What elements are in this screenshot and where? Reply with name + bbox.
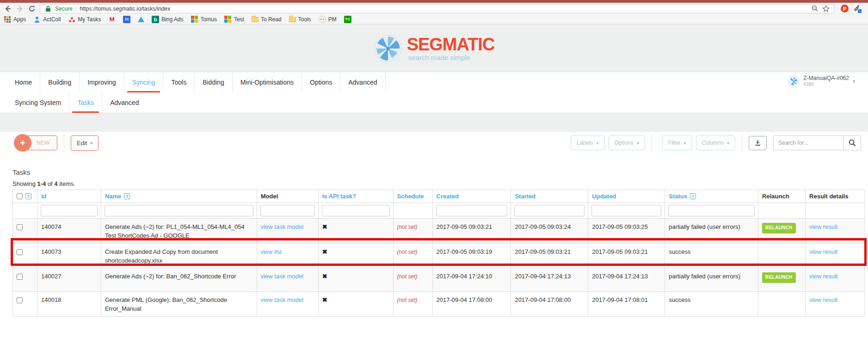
- bookmark-star-icon[interactable]: [822, 5, 830, 13]
- pocket-extension-icon[interactable]: P: [841, 5, 849, 12]
- toolbar-divider: [742, 135, 742, 151]
- tab-options[interactable]: Options: [302, 72, 340, 92]
- status-filter-input[interactable]: [668, 205, 755, 216]
- tab-tools[interactable]: Tools: [163, 72, 195, 92]
- dots-icon: [68, 16, 75, 23]
- model-filter-input[interactable]: [260, 205, 315, 216]
- secure-label: Secure: [55, 6, 73, 12]
- bookmark-tomus[interactable]: Tomus: [191, 16, 217, 23]
- bookmark-my-tasks[interactable]: My Tasks: [68, 16, 101, 23]
- subtab-syncing-system[interactable]: Syncing System: [7, 92, 69, 113]
- column-header-created[interactable]: Created: [433, 190, 511, 203]
- tab-improving[interactable]: Improving: [80, 72, 124, 92]
- chevron-down-icon: ▾: [637, 141, 639, 146]
- column-header-relaunch: Relaunch: [758, 190, 806, 203]
- bookmark-triangle[interactable]: [138, 17, 144, 22]
- is-api-task-filter-input[interactable]: [322, 205, 390, 216]
- bookmark-pm[interactable]: PM: [319, 16, 337, 23]
- tab-building[interactable]: Building: [40, 72, 80, 92]
- search-input[interactable]: [773, 135, 843, 150]
- labels-button[interactable]: Labels ▾: [571, 135, 604, 150]
- refresh-icon[interactable]: [28, 5, 36, 13]
- sub-nav: Syncing System Tasks Advanced: [0, 92, 868, 113]
- bookmark-techcrunch[interactable]: TC: [344, 16, 351, 23]
- created-value: 2017-09-05 09:03:21: [433, 219, 511, 243]
- column-header-status[interactable]: Status?: [665, 190, 758, 203]
- color-picker-extension-icon[interactable]: [853, 5, 862, 13]
- view-list-link[interactable]: view list: [261, 248, 282, 255]
- relaunch-button[interactable]: RELAUNCH: [762, 223, 796, 233]
- search-button[interactable]: [843, 135, 861, 150]
- column-header-is-api-task[interactable]: Is API task?: [319, 190, 394, 203]
- bookmark-calendar[interactable]: 31: [123, 16, 130, 23]
- updated-value: 2017-09-05 09:03:21: [588, 244, 665, 268]
- columns-button[interactable]: Columns ▾: [696, 135, 735, 150]
- options-button[interactable]: Options ▾: [609, 135, 645, 150]
- person-icon: [33, 16, 41, 23]
- tab-home[interactable]: Home: [7, 72, 40, 92]
- column-header-id[interactable]: Id: [37, 190, 101, 203]
- user-menu[interactable]: Z-ManualQA-#062 #280 ▾: [787, 75, 855, 87]
- search-icon: [849, 139, 856, 147]
- help-icon[interactable]: ?: [690, 193, 696, 199]
- updated-filter-input[interactable]: [591, 205, 661, 216]
- tab-syncing[interactable]: Syncing: [124, 72, 164, 92]
- bookmark-actcoll[interactable]: ActColl: [33, 16, 61, 23]
- started-value: 2017-09-04 17:08:00: [511, 292, 588, 316]
- download-button[interactable]: [749, 136, 767, 150]
- view-task-model-link[interactable]: view task model: [261, 223, 303, 230]
- new-button[interactable]: + NEW: [21, 135, 57, 150]
- created-filter-input[interactable]: [436, 205, 508, 216]
- edit-button[interactable]: Edit ▾: [71, 135, 98, 151]
- back-icon[interactable]: [4, 5, 12, 13]
- subtab-advanced[interactable]: Advanced: [102, 92, 147, 113]
- column-header-started[interactable]: Started: [511, 190, 588, 203]
- started-filter-input[interactable]: [514, 205, 585, 216]
- bookmark-test[interactable]: Test: [224, 16, 244, 23]
- chrome-toolbar: Secure | https://tomus.segmatic.io/tasks…: [0, 3, 868, 14]
- bookmarks-bar: Apps ActColl My Tasks M 31 bBing Ads Tom…: [0, 14, 868, 25]
- bookmark-bing-ads[interactable]: bBing Ads: [152, 16, 183, 23]
- row-checkbox[interactable]: [17, 249, 23, 255]
- subtab-tasks[interactable]: Tasks: [69, 92, 102, 113]
- filter-button[interactable]: Filter ▾: [662, 135, 692, 150]
- id-filter-input[interactable]: [41, 205, 98, 216]
- row-checkbox[interactable]: [17, 297, 23, 303]
- address-bar[interactable]: Secure | https://tomus.segmatic.io/tasks…: [40, 4, 834, 13]
- view-task-model-link[interactable]: view task model: [261, 273, 303, 280]
- row-checkbox[interactable]: [17, 274, 23, 280]
- plus-icon: +: [14, 134, 31, 152]
- view-task-model-link[interactable]: view task model: [261, 296, 303, 303]
- column-header-name[interactable]: Name?: [101, 190, 257, 203]
- triangle-a-icon: [138, 17, 144, 22]
- view-result-link[interactable]: view result: [809, 273, 837, 280]
- squares-icon: [191, 16, 198, 23]
- view-result-link[interactable]: view result: [809, 296, 837, 303]
- bookmark-to-read[interactable]: To Read: [252, 16, 282, 23]
- name-filter-input[interactable]: [105, 205, 253, 216]
- view-result-link[interactable]: view result: [809, 248, 837, 255]
- bookmark-tools[interactable]: Tools: [289, 16, 311, 23]
- updated-value: 2017-09-05 09:03:25: [588, 219, 665, 243]
- help-icon[interactable]: ?: [25, 193, 31, 199]
- forward-icon[interactable]: [16, 5, 24, 13]
- column-header-schedule[interactable]: Schedule: [394, 190, 433, 203]
- schedule-value: (not set): [397, 224, 418, 230]
- help-icon[interactable]: ?: [124, 193, 130, 199]
- chevron-down-icon: ▾: [853, 79, 855, 84]
- column-header-updated[interactable]: Updated: [588, 190, 665, 203]
- tab-advanced[interactable]: Advanced: [340, 72, 385, 92]
- bookmark-apps[interactable]: Apps: [4, 16, 26, 23]
- view-result-link[interactable]: view result: [809, 223, 837, 230]
- row-checkbox[interactable]: [17, 224, 23, 230]
- task-id: 140073: [37, 244, 101, 268]
- schedule-value: (not set): [397, 273, 418, 280]
- tab-bidding[interactable]: Bidding: [195, 72, 233, 92]
- relaunch-button[interactable]: RELAUNCH: [762, 272, 796, 283]
- tab-mini-optimisations[interactable]: Mini-Optimisations: [233, 72, 302, 92]
- bookmark-gmail[interactable]: M: [108, 16, 116, 23]
- url-text[interactable]: https://tomus.segmatic.io/tasks/index: [80, 6, 808, 12]
- select-all-checkbox[interactable]: [17, 193, 23, 199]
- updated-value: 2017-09-04 17:24:13: [588, 268, 665, 291]
- zoom-indicator-icon[interactable]: [811, 5, 819, 13]
